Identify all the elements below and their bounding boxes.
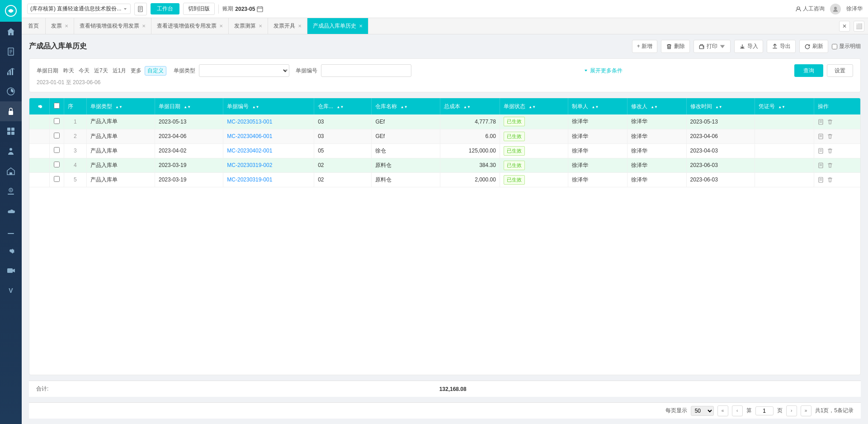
set-button[interactable]: 设置 bbox=[827, 64, 853, 77]
date-1month[interactable]: 近1月 bbox=[111, 67, 128, 75]
col-settings[interactable] bbox=[29, 98, 50, 114]
col-cost-header[interactable]: 总成本 ▲▼ bbox=[440, 98, 500, 114]
filter-expand-btn[interactable]: 展开更多条件 bbox=[584, 67, 623, 75]
type-sort-arrows[interactable]: ▲▼ bbox=[115, 105, 123, 109]
first-page-btn[interactable]: « bbox=[717, 405, 728, 416]
select-all-checkbox[interactable] bbox=[54, 103, 60, 109]
row-edit-btn-4[interactable] bbox=[818, 176, 824, 183]
col-wh-code-header[interactable]: 仓库... ▲▼ bbox=[314, 98, 372, 114]
tab-invoice-calc[interactable]: 发票测算 ✕ bbox=[229, 18, 268, 34]
sidebar-item-video[interactable] bbox=[0, 261, 22, 281]
tab-purchase-vat-close[interactable]: ✕ bbox=[219, 24, 223, 29]
print-button[interactable]: 打印 bbox=[693, 40, 731, 53]
row-checkbox-3[interactable] bbox=[50, 158, 64, 172]
tab-invoice-calc-close[interactable]: ✕ bbox=[259, 24, 262, 29]
date-custom[interactable]: 自定义 bbox=[145, 66, 166, 76]
user-name[interactable]: 徐泽华 bbox=[846, 5, 863, 13]
col-date-header[interactable]: 单据日期 ▲▼ bbox=[155, 98, 223, 114]
sidebar-item-home[interactable] bbox=[0, 22, 22, 42]
number-sort-arrows[interactable]: ▲▼ bbox=[252, 105, 259, 109]
row-delete-btn-0[interactable] bbox=[827, 119, 833, 125]
row-checkbox-4[interactable] bbox=[50, 172, 64, 187]
row-checkbox-0[interactable] bbox=[50, 114, 64, 129]
workbench-button[interactable]: 工作台 bbox=[151, 3, 179, 14]
row-number-0[interactable]: MC-20230513-001 bbox=[223, 114, 314, 129]
sidebar-item-manage[interactable] bbox=[0, 141, 22, 161]
sidebar-item-grid[interactable] bbox=[0, 121, 22, 141]
sidebar-item-analysis[interactable] bbox=[0, 81, 22, 101]
import-button[interactable]: 导入 bbox=[734, 40, 763, 53]
tab-product-history-close[interactable]: ✕ bbox=[359, 24, 363, 29]
row-check-0[interactable] bbox=[54, 118, 60, 124]
tab-invoice-close[interactable]: ✕ bbox=[65, 24, 68, 29]
sidebar-item-lock[interactable] bbox=[0, 101, 22, 121]
query-button[interactable]: 查询 bbox=[794, 64, 823, 77]
voucher-sort-arrows[interactable]: ▲▼ bbox=[778, 105, 785, 109]
date-yesterday[interactable]: 昨天 bbox=[62, 67, 75, 75]
sidebar-item-download[interactable] bbox=[0, 221, 22, 241]
row-edit-btn-2[interactable] bbox=[818, 148, 824, 154]
sidebar-item-settings[interactable] bbox=[0, 241, 22, 261]
doc-icon-btn[interactable] bbox=[134, 3, 147, 15]
new-button[interactable]: + 新增 bbox=[632, 40, 657, 53]
tab-invoice[interactable]: 发票 ✕ bbox=[46, 18, 74, 34]
refresh-button[interactable]: 刷新 bbox=[799, 40, 828, 53]
tab-maximize-btn[interactable]: ⬜ bbox=[854, 21, 864, 32]
col-status-header[interactable]: 单据状态 ▲▼ bbox=[500, 98, 568, 114]
wh-code-sort-arrows[interactable]: ▲▼ bbox=[336, 105, 344, 109]
user-service[interactable]: 人工咨询 bbox=[795, 5, 825, 13]
sidebar-item-stamp[interactable] bbox=[0, 181, 22, 201]
page-number-input[interactable] bbox=[755, 406, 774, 415]
row-number-1[interactable]: MC-20230406-001 bbox=[223, 129, 314, 143]
sidebar-item-warehouse[interactable] bbox=[0, 161, 22, 181]
type-filter-select[interactable] bbox=[199, 64, 289, 77]
show-detail-check[interactable] bbox=[832, 44, 837, 49]
per-page-select[interactable]: 20 50 100 bbox=[691, 406, 714, 416]
tab-purchase-vat[interactable]: 查看进项增值税专用发票 ✕ bbox=[151, 18, 229, 34]
col-modify-time-header[interactable]: 修改时间 ▲▼ bbox=[686, 98, 755, 114]
switch-version-button[interactable]: 切到旧版 bbox=[183, 3, 215, 15]
row-number-2[interactable]: MC-20230402-001 bbox=[223, 143, 314, 158]
wh-name-sort-arrows[interactable]: ▲▼ bbox=[401, 105, 408, 109]
next-page-btn[interactable]: › bbox=[786, 405, 797, 416]
modifier-sort-arrows[interactable]: ▲▼ bbox=[651, 105, 658, 109]
cost-sort-arrows[interactable]: ▲▼ bbox=[463, 105, 471, 109]
tab-home[interactable]: 首页 bbox=[22, 18, 46, 34]
col-modifier-header[interactable]: 修改人 ▲▼ bbox=[627, 98, 686, 114]
export-button[interactable]: 导出 bbox=[767, 40, 796, 53]
sidebar-item-chart[interactable] bbox=[0, 62, 22, 81]
company-title-dropdown[interactable]: (库存核算) 直播轻途通信息技术股份... bbox=[27, 4, 131, 14]
col-voucher-header[interactable]: 凭证号 ▲▼ bbox=[755, 98, 814, 114]
row-delete-btn-4[interactable] bbox=[827, 176, 833, 183]
date-sort-arrows[interactable]: ▲▼ bbox=[184, 105, 191, 109]
col-number-header[interactable]: 单据编号 ▲▼ bbox=[223, 98, 314, 114]
sidebar-item-v[interactable]: V bbox=[0, 281, 22, 300]
row-edit-btn-0[interactable] bbox=[818, 119, 824, 125]
show-detail-checkbox[interactable]: 显示明细 bbox=[832, 43, 861, 50]
sidebar-item-cloud[interactable] bbox=[0, 201, 22, 221]
app-logo[interactable] bbox=[0, 0, 22, 22]
row-number-4[interactable]: MC-20230319-001 bbox=[223, 172, 314, 187]
date-more[interactable]: 更多 bbox=[129, 67, 143, 75]
status-sort-arrows[interactable]: ▲▼ bbox=[528, 105, 536, 109]
sidebar-item-doc[interactable] bbox=[0, 42, 22, 62]
row-check-1[interactable] bbox=[54, 133, 60, 138]
last-page-btn[interactable]: » bbox=[801, 405, 811, 416]
tab-invoice-issue-close[interactable]: ✕ bbox=[298, 24, 302, 29]
col-wh-name-header[interactable]: 仓库名称 ▲▼ bbox=[372, 98, 440, 114]
row-edit-btn-3[interactable] bbox=[818, 162, 824, 168]
row-checkbox-2[interactable] bbox=[50, 143, 64, 158]
col-creator-header[interactable]: 制单人 ▲▼ bbox=[568, 98, 627, 114]
tab-invoice-issue[interactable]: 发票开具 ✕ bbox=[268, 18, 307, 34]
row-check-2[interactable] bbox=[54, 147, 60, 153]
row-edit-btn-1[interactable] bbox=[818, 133, 824, 139]
tab-close-all-btn[interactable]: ✕ bbox=[839, 21, 850, 32]
col-select-all[interactable] bbox=[50, 98, 64, 114]
date-7days[interactable]: 近7天 bbox=[93, 67, 109, 75]
tab-sales-vat-close[interactable]: ✕ bbox=[142, 24, 146, 29]
row-check-3[interactable] bbox=[54, 162, 60, 167]
row-checkbox-1[interactable] bbox=[50, 129, 64, 143]
row-number-3[interactable]: MC-20230319-002 bbox=[223, 158, 314, 172]
table-settings-icon[interactable] bbox=[33, 100, 46, 113]
col-type-header[interactable]: 单据类型 ▲▼ bbox=[86, 98, 155, 114]
